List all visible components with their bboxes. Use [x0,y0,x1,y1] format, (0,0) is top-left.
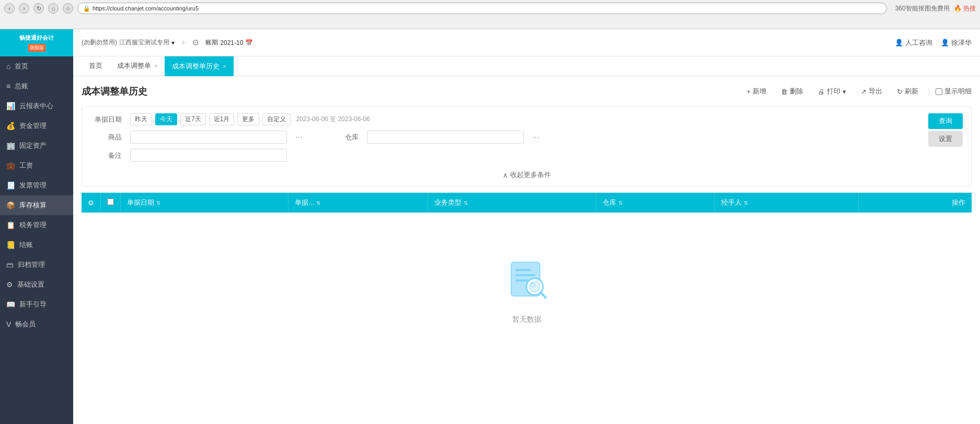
company-selector[interactable]: (勿删勿禁用) 江西服宝测试专用 ▾ [82,38,175,47]
home-icon: ⌂ [6,62,10,70]
app-container: 畅捷通好会计 旗舰版 ⌂ 首页 ≡ 总账 📊 云报表中心 💰 资金管理 🏢 固定… [0,29,980,424]
date-btn-today[interactable]: 今天 [155,113,177,125]
refresh-button[interactable]: ↻ [33,3,44,14]
tab-cost-adjust-history[interactable]: 成本调整单历史 × [165,56,233,76]
sidebar-label-inventory: 库存核算 [19,201,47,210]
star-button[interactable]: ☆ [63,3,73,14]
print-button[interactable]: 🖨 打印 ▾ [814,85,850,98]
warehouse-filter-input[interactable] [367,131,524,144]
sidebar-item-close[interactable]: 📒 结账 [0,235,73,255]
back-button[interactable]: ‹ [4,3,15,14]
print-label: 打印 [827,87,840,96]
remark-filter-input[interactable] [130,149,287,162]
sidebar-label-close: 结账 [19,240,33,250]
th-warehouse[interactable]: 仓库 ⇅ [596,193,715,213]
empty-state: 暂无数据 [82,213,972,345]
goods-filter-input[interactable] [130,131,287,144]
calendar-icon[interactable]: 📅 [245,39,253,46]
sidebar-item-invoice[interactable]: 🧾 发票管理 [0,175,73,195]
user-avatar: 👤 [941,39,949,46]
new-button[interactable]: + 新增 [742,85,770,98]
show-cols-check[interactable]: 显示明细 [936,87,972,96]
date-btn-yesterday[interactable]: 昨天 [130,113,152,125]
warehouse-filter-dots[interactable]: ··· [532,133,539,142]
sidebar-label-ledger: 总账 [15,81,28,91]
th-biz-type[interactable]: 业务类型 ⇅ [428,193,596,213]
sidebar-item-salary[interactable]: 💼 工资 [0,156,73,175]
date-btn-custom[interactable]: 自定义 [262,113,291,125]
sidebar-item-fixed-assets[interactable]: 🏢 固定资产 [0,136,73,156]
date-filter-label: 单据日期 [90,115,122,124]
settings-icon: ⚙ [6,280,13,289]
filter-settings-button[interactable]: 设置 [928,131,963,147]
sidebar-item-member[interactable]: V 畅会员 [0,314,73,334]
period-value: 2021-10 [220,39,243,46]
sidebar-item-archive[interactable]: 🗃 归档管理 [0,255,73,275]
th-operator-label: 经手人 [721,198,742,207]
tab-cost-adjust-label: 成本调整单 [117,61,151,70]
operator-sort-icon: ⇅ [744,200,748,206]
empty-icon [501,254,553,307]
user-menu[interactable]: 👤 徐泽华 [941,38,972,48]
data-table: ⚙ 单据日期 ⇅ 单据... [82,193,972,213]
hot-search-badge: 🔥 热搜 [954,4,976,13]
tab-home[interactable]: 首页 [82,56,110,76]
collapse-button[interactable]: ∧ 收起更多条件 [503,170,551,180]
sidebar-label-salary: 工资 [19,161,33,170]
ledger-icon: ≡ [6,82,10,90]
company-dropdown-icon: ▾ [171,39,175,46]
top-header: (勿删勿禁用) 江西服宝测试专用 ▾ + ⚙ 账期 2021-10 📅 👤 人工… [73,29,980,56]
archive-icon: 🗃 [6,261,14,269]
sidebar-item-home[interactable]: ⌂ 首页 [0,56,73,76]
warehouse-filter-label: 仓库 [327,133,359,142]
invoice-icon: 🧾 [6,181,15,190]
th-gear[interactable]: ⚙ [82,193,101,213]
home-button[interactable]: ⌂ [48,3,59,14]
tab-cost-adjust[interactable]: 成本调整单 × [110,56,165,76]
sidebar-item-ledger[interactable]: ≡ 总账 [0,76,73,96]
toolbar-actions: + 新增 🗑 删除 🖨 打印 ▾ ↗ 导出 [742,85,972,98]
th-number-label: 单据... [295,198,314,207]
sidebar-item-reports[interactable]: 📊 云报表中心 [0,96,73,116]
tab-cost-adjust-close[interactable]: × [154,63,157,69]
th-operator[interactable]: 经手人 ⇅ [715,193,859,213]
goods-filter-dots[interactable]: ··· [295,133,302,142]
th-action-label: 操作 [952,198,965,206]
browser-toolbar-right: 360智能抠图免费用 [895,4,950,13]
svg-rect-3 [515,279,528,281]
sidebar-item-funds[interactable]: 💰 资金管理 [0,116,73,136]
tax-icon: 📋 [6,221,15,229]
goods-filter-label: 商品 [90,133,122,142]
date-btn-7days[interactable]: 近7天 [180,113,206,125]
show-cols-checkbox[interactable] [936,88,942,95]
forward-button[interactable]: › [19,3,29,14]
th-date-label: 单据日期 [127,198,154,207]
delete-button[interactable]: 🗑 删除 [777,85,808,98]
svg-rect-2 [515,274,535,276]
th-check[interactable] [101,193,121,213]
query-button[interactable]: 查询 [928,113,963,129]
refresh-button-toolbar[interactable]: ↻ 刷新 [893,85,923,98]
date-btn-1month[interactable]: 近1月 [209,113,235,125]
period-label: 账期 [205,38,218,47]
sidebar-item-inventory[interactable]: 📦 库存核算 [0,195,73,215]
export-button[interactable]: ↗ 导出 [857,85,886,98]
tab-cost-adjust-history-close[interactable]: × [223,63,226,69]
sidebar-item-settings[interactable]: ⚙ 基础设置 [0,275,73,295]
filter-remark-row: 备注 [90,149,916,162]
service-btn[interactable]: 👤 人工咨询 [895,38,932,48]
select-all-checkbox[interactable] [107,198,114,205]
sidebar-item-tax[interactable]: 📋 税务管理 [0,215,73,235]
guide-icon: 📖 [6,300,15,309]
th-number[interactable]: 单据... ⇅ [289,193,428,213]
sidebar-item-guide[interactable]: 📖 新手引导 [0,295,73,314]
url-bar[interactable]: 🔒 https://cloud.chanjet.com/accounting/u… [77,3,887,14]
th-date[interactable]: 单据日期 ⇅ [121,193,289,213]
user-name: 徐泽华 [951,38,972,48]
date-range-text: 2023-06-06 至 2023-06-06 [296,115,370,124]
sidebar-label-settings: 基础设置 [17,280,44,289]
settings-icon[interactable]: ⚙ [192,38,199,48]
main-content: (勿删勿禁用) 江西服宝测试专用 ▾ + ⚙ 账期 2021-10 📅 👤 人工… [73,29,980,424]
member-icon: V [6,320,11,328]
date-btn-more[interactable]: 更多 [237,113,259,125]
